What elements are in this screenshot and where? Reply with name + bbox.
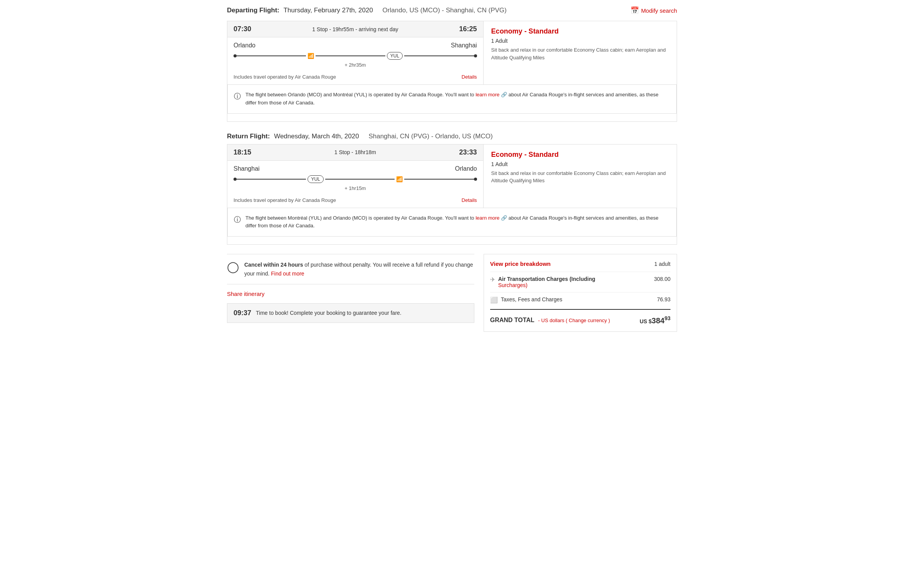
track-line-right — [404, 55, 474, 56]
calendar-icon: 📅 — [630, 6, 639, 15]
arrive-time: 16:25 — [459, 25, 477, 33]
air-transport-row: ✈ Air Transportation Charges (Including … — [490, 272, 670, 292]
return-details-link[interactable]: Details — [462, 197, 477, 203]
taxes-label: ⬜ Taxes, Fees and Charges — [490, 296, 657, 304]
departing-class-desc: Sit back and relax in our comfortable Ec… — [491, 46, 669, 61]
air-transport-label: ✈ Air Transportation Charges (Including … — [490, 276, 654, 288]
departing-flight-left: 07:30 1 Stop - 19hr55m - arriving next d… — [227, 21, 484, 84]
flight-cities: Orlando Shanghai — [234, 42, 477, 49]
return-dest-city: Orlando — [455, 165, 477, 172]
departing-flight-card: 07:30 1 Stop - 19hr55m - arriving next d… — [227, 21, 677, 85]
return-flight-header: 18:15 1 Stop - 18hr18m 23:33 — [227, 144, 483, 161]
amount-cents: 93 — [664, 315, 670, 321]
return-flight-cities: Shanghai Orlando — [234, 165, 477, 172]
taxes-text: Taxes, Fees and Charges — [501, 296, 563, 302]
find-out-more-link[interactable]: Find out more — [271, 270, 304, 277]
return-track-dot-end — [474, 178, 477, 181]
depart-time: 07:30 — [234, 25, 251, 33]
departing-route: Orlando Shanghai 📶 YUL + 2hr35m — [227, 37, 483, 72]
wifi-icon: 📶 — [307, 53, 314, 59]
modify-search-button[interactable]: 📅 Modify search — [630, 6, 677, 15]
view-price-breakdown-link[interactable]: View price breakdown — [490, 260, 551, 267]
timer-countdown: 09:37 — [234, 309, 251, 317]
air-transport-text: Air Transportation Charges (Including — [498, 276, 595, 282]
includes-section: Includes travel operated by Air Canada R… — [227, 72, 483, 84]
adult-label: 1 adult — [654, 261, 670, 267]
stopover-bubble: YUL — [387, 52, 403, 60]
return-wifi-icon: 📶 — [396, 176, 403, 182]
return-track-dot-start — [234, 178, 237, 181]
departing-adults: 1 Adult — [491, 38, 669, 44]
grand-total-row: GRAND TOTAL - US dollars ( Change curren… — [490, 309, 670, 325]
return-layover-info: + 1hr15m — [234, 185, 477, 191]
return-notice-text: The flight between Montréal (YUL) and Or… — [245, 214, 670, 230]
track-dot-end — [474, 54, 477, 57]
return-includes-section: Includes travel operated by Air Canada R… — [227, 196, 483, 208]
return-origin-city: Shanghai — [234, 165, 260, 172]
grand-total-label: GRAND TOTAL - US dollars ( Change curren… — [490, 317, 610, 324]
departing-flight-right: Economy - Standard 1 Adult Sit back and … — [484, 21, 677, 84]
currency-label: US $ — [640, 318, 652, 324]
price-header: View price breakdown 1 adult — [490, 260, 670, 267]
return-flight-card: 18:15 1 Stop - 18hr18m 23:33 Shanghai Or… — [227, 144, 677, 208]
return-route: Shanghai Orlando YUL 📶 + 1hr15m — [227, 161, 483, 196]
share-itinerary-button[interactable]: Share itinerary — [227, 291, 265, 297]
origin-city: Orlando — [234, 42, 255, 49]
bottom-left: ◯ Cancel within 24 hours of purchase wit… — [227, 254, 484, 332]
departing-details-link[interactable]: Details — [462, 74, 477, 80]
return-arrive-time: 23:33 — [459, 148, 477, 156]
plane-icon: ✈ — [490, 276, 495, 283]
taxes-amount: 76.93 — [657, 296, 670, 302]
departing-learn-more-link[interactable]: learn more 🔗 — [476, 92, 507, 97]
return-notice: ⓘ The flight between Montréal (YUL) and … — [227, 208, 677, 245]
layover-info: + 2hr35m — [234, 62, 477, 68]
currency-note: - US dollars ( Change currency ) — [538, 318, 610, 323]
return-info-icon: ⓘ — [234, 215, 241, 224]
info-icon: ⓘ — [234, 92, 241, 101]
return-stopover-bubble: YUL — [307, 175, 323, 183]
cancel-policy-text: Cancel within 24 hours of purchase witho… — [244, 260, 474, 278]
return-adults: 1 Adult — [491, 161, 669, 167]
return-section-label: Return Flight: Wednesday, March 4th, 202… — [227, 133, 677, 140]
bottom-section: ◯ Cancel within 24 hours of purchase wit… — [227, 254, 677, 332]
track-dot-start — [234, 54, 237, 57]
return-flight-left: 18:15 1 Stop - 18hr18m 23:33 Shanghai Or… — [227, 144, 484, 208]
departing-notice-text: The flight between Orlando (MCO) and Mon… — [245, 91, 670, 107]
amount-main: 384 — [652, 316, 664, 325]
return-includes-text: Includes travel operated by Air Canada R… — [234, 197, 336, 203]
departing-notice: ⓘ The flight between Orlando (MCO) and M… — [227, 85, 677, 122]
flight-track: 📶 YUL — [234, 52, 477, 60]
timer-bar: 09:37 Time to book! Complete your bookin… — [227, 303, 474, 323]
return-flight-right: Economy - Standard 1 Adult Sit back and … — [484, 144, 677, 208]
timer-message: Time to book! Complete your booking to g… — [256, 310, 402, 316]
return-track-line-left — [237, 179, 306, 180]
return-depart-time: 18:15 — [234, 148, 251, 156]
track-line-left — [237, 55, 306, 56]
return-track-line-right — [404, 179, 474, 180]
cancel-policy-box: ◯ Cancel within 24 hours of purchase wit… — [227, 254, 474, 284]
departing-class-title: Economy - Standard — [491, 27, 669, 35]
dest-city: Shanghai — [451, 42, 477, 49]
taxes-row: ⬜ Taxes, Fees and Charges 76.93 — [490, 292, 670, 307]
return-stop-info: 1 Stop - 18hr18m — [334, 149, 376, 155]
clock-icon: ◯ — [227, 260, 239, 273]
grand-total-amount: US $38493 — [640, 315, 670, 325]
stop-info: 1 Stop - 19hr55m - arriving next day — [312, 26, 398, 32]
includes-text: Includes travel operated by Air Canada R… — [234, 74, 336, 80]
page-header: Departing Flight: Thursday, February 27t… — [227, 6, 677, 15]
return-track-line-mid — [325, 179, 395, 180]
return-class-desc: Sit back and relax in our comfortable Ec… — [491, 170, 669, 185]
page-header-title: Departing Flight: Thursday, February 27t… — [227, 7, 507, 14]
return-learn-more-link[interactable]: learn more 🔗 — [476, 215, 507, 221]
price-breakdown: View price breakdown 1 adult ✈ Air Trans… — [484, 254, 677, 332]
surcharges-text: Surcharges) — [498, 282, 528, 288]
tax-icon: ⬜ — [490, 296, 498, 304]
air-transport-amount: 308.00 — [654, 276, 670, 282]
return-class-title: Economy - Standard — [491, 151, 669, 159]
track-line-mid — [316, 55, 385, 56]
return-flight-track: YUL 📶 — [234, 175, 477, 183]
departing-flight-header: 07:30 1 Stop - 19hr55m - arriving next d… — [227, 21, 483, 37]
